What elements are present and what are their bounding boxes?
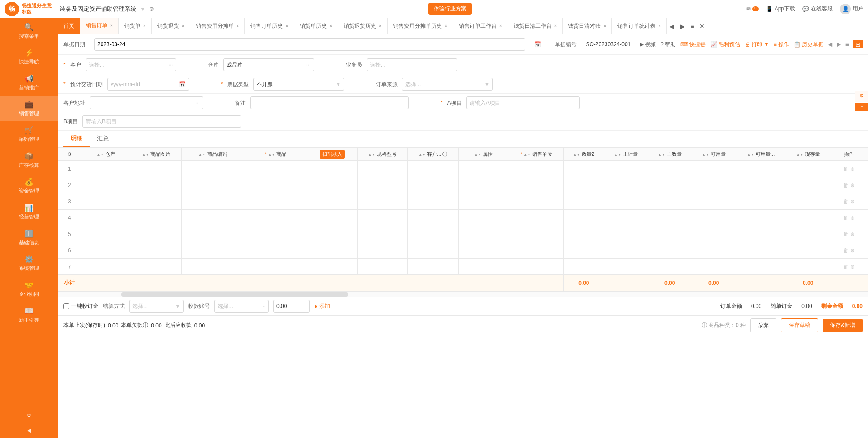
tab-close-icon[interactable]: ×	[286, 24, 288, 29]
tab-sales-slip[interactable]: 销货单 ×	[119, 18, 152, 34]
tab-close-icon[interactable]: ×	[182, 24, 184, 29]
tab-close-icon[interactable]: ×	[499, 24, 502, 29]
scan-btn[interactable]: 扫码录入	[320, 150, 345, 159]
remark-input[interactable]	[250, 96, 409, 109]
print-action[interactable]: 🖨 打印 ▼	[745, 41, 769, 48]
quick-deposit-checkbox[interactable]	[63, 303, 69, 309]
tab-sales-order[interactable]: 销售订单 ×	[80, 18, 119, 34]
sidebar-item-basic-info[interactable]: ℹ️ 基础信息	[0, 225, 58, 250]
sidebar-item-purchase[interactable]: 🛒 采购管理	[0, 121, 58, 147]
sidebar-settings-btn[interactable]: ⚙	[0, 408, 58, 423]
tab-close-icon[interactable]: ×	[379, 24, 382, 29]
sidebar-item-quick-nav[interactable]: ⚡ 快捷导航	[0, 44, 58, 70]
tab-next-btn[interactable]: ▶	[677, 23, 688, 30]
operations-action[interactable]: ≡ 操作	[774, 41, 789, 48]
message-icon-group[interactable]: ✉ 9	[746, 6, 759, 12]
app-download-link[interactable]: 📱 App下载	[766, 5, 795, 13]
tab-close-icon[interactable]: ×	[237, 24, 239, 29]
history-action[interactable]: 📋 历史单据	[794, 41, 824, 48]
b-project-input[interactable]: 请输入B项目	[82, 115, 241, 128]
add-btn[interactable]: ● 添加	[314, 303, 330, 310]
warehouse-input-wrap[interactable]: 成品库 ···	[223, 58, 314, 71]
tab-daily-clear-workbench[interactable]: 钱货日清工作台 ×	[508, 18, 563, 34]
settings-icon[interactable]: ⚙	[149, 6, 154, 12]
quick-deposit-check[interactable]: 一键收订金	[63, 303, 98, 310]
tab-close-icon[interactable]: ×	[330, 24, 332, 29]
settings-right-btn[interactable]: ⚙ 设置	[855, 91, 868, 102]
save-draft-button[interactable]: 保存草稿	[781, 318, 818, 332]
discard-button[interactable]: 放弃	[750, 318, 776, 332]
sidebar-item-guide[interactable]: 📖 新手引导	[0, 302, 58, 328]
grid-view-icon[interactable]: ⊞	[853, 40, 863, 48]
profit-estimate-action[interactable]: 📈 毛利预估	[710, 41, 740, 48]
tab-sales-stats[interactable]: 销售订单统计表 ×	[612, 18, 667, 34]
row-delete-icon[interactable]: 🗑	[843, 231, 849, 237]
address-input-wrap[interactable]: ···	[90, 96, 203, 109]
tab-close-icon[interactable]: ×	[110, 23, 113, 28]
solution-button[interactable]: 体验行业方案	[428, 3, 472, 15]
sidebar-item-inventory[interactable]: 📦 库存核算	[0, 147, 58, 173]
sidebar-item-system[interactable]: ⚙️ 系统管理	[0, 250, 58, 276]
row-delete-icon[interactable]: 🗑	[843, 198, 849, 205]
addgoods-right-btn[interactable]: + 物流	[855, 103, 868, 111]
video-action[interactable]: ▶ 视频	[640, 41, 656, 48]
tab-close-icon[interactable]: ×	[603, 24, 606, 29]
calendar-icon[interactable]: 📅	[534, 41, 541, 48]
next-record-btn[interactable]: ▶	[837, 41, 841, 48]
row-copy-icon[interactable]: ⊕	[850, 247, 855, 254]
tab-close-icon[interactable]: ×	[658, 24, 661, 29]
tab-fee-history[interactable]: 销售费用分摊单历史 ×	[388, 18, 453, 34]
tab-home[interactable]: 首页	[58, 18, 80, 34]
sidebar-item-enterprise[interactable]: 🤝 企业协同	[0, 276, 58, 302]
user-menu[interactable]: 👤 用户	[840, 4, 863, 14]
customer-input-wrap[interactable]: 选择... ···	[86, 58, 176, 71]
order-source-wrap[interactable]: 选择... ▼	[402, 78, 493, 91]
sidebar-item-marketing[interactable]: 📢 营销推广	[0, 70, 58, 96]
sidebar-collapse-btn[interactable]: ◀	[0, 423, 58, 438]
tab-daily-clear-account[interactable]: 钱货日清对账 ×	[563, 18, 612, 34]
sidebar-item-search[interactable]: 🔍 搜索菜单	[0, 18, 58, 44]
tab-summary[interactable]: 汇总	[90, 131, 116, 147]
sidebar-item-operations[interactable]: 📊 经营管理	[0, 199, 58, 225]
row-delete-icon[interactable]: 🗑	[843, 166, 849, 172]
scrollbar-area[interactable]	[58, 291, 868, 297]
row-copy-icon[interactable]: ⊕	[850, 264, 855, 270]
row-copy-icon[interactable]: ⊕	[850, 166, 855, 172]
row-delete-icon[interactable]: 🗑	[843, 215, 849, 221]
tab-close-icon[interactable]: ×	[143, 24, 146, 29]
tab-close-icon[interactable]: ×	[445, 24, 447, 29]
a-project-input[interactable]: 请输入A项目	[466, 96, 580, 109]
row-copy-icon[interactable]: ⊕	[850, 231, 855, 237]
tab-prev-btn[interactable]: ◀	[667, 23, 677, 30]
prev-record-btn[interactable]: ◀	[828, 41, 832, 48]
date-input[interactable]	[94, 38, 525, 51]
save-new-button[interactable]: 保存&新增	[823, 319, 863, 332]
amount-input[interactable]: 0.00	[273, 300, 310, 313]
list-view-icon[interactable]: ≡	[845, 41, 849, 48]
payment-method-select[interactable]: 选择... ▼	[129, 300, 184, 313]
tab-detail[interactable]: 明细	[63, 131, 90, 147]
staff-input-wrap[interactable]: 选择...	[367, 58, 457, 71]
sidebar-item-finance[interactable]: 💰 资金管理	[0, 173, 58, 199]
delivery-input-wrap[interactable]: yyyy-mm-dd 📅	[107, 78, 189, 91]
row-delete-icon[interactable]: 🗑	[843, 182, 849, 188]
tab-slip-history[interactable]: 销货单历史 ×	[294, 18, 338, 34]
invoice-select-wrap[interactable]: 不开票 ▼	[253, 78, 344, 91]
tab-order-history[interactable]: 销售订单历史 ×	[245, 18, 294, 34]
sidebar-item-sales[interactable]: 💼 销售管理	[0, 96, 58, 121]
row-copy-icon[interactable]: ⊕	[850, 198, 855, 205]
help-action[interactable]: ? 帮助	[660, 41, 676, 48]
row-copy-icon[interactable]: ⊕	[850, 182, 855, 188]
row-delete-icon[interactable]: 🗑	[843, 264, 849, 270]
shortcut-action[interactable]: ⌨ 快捷键	[680, 41, 706, 48]
tab-return-history[interactable]: 销货退货历史 ×	[338, 18, 388, 34]
row-delete-icon[interactable]: 🗑	[843, 247, 849, 254]
tab-menu-btn[interactable]: ≡	[688, 23, 697, 30]
online-service-link[interactable]: 💬 在线客服	[802, 5, 833, 13]
account-select[interactable]: 选择... ···	[214, 300, 269, 313]
tab-sales-return[interactable]: 销货退货 ×	[152, 18, 190, 34]
tab-close-all-btn[interactable]: ✕	[697, 23, 708, 30]
tab-sales-fee[interactable]: 销售费用分摊单 ×	[190, 18, 245, 34]
tab-order-workbench[interactable]: 销售订单工作台 ×	[453, 18, 508, 34]
tab-close-icon[interactable]: ×	[554, 24, 557, 29]
